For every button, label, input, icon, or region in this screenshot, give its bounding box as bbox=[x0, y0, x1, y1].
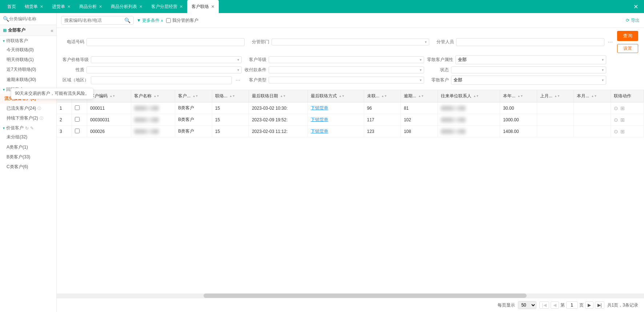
last-method-link[interactable]: 下销货单 bbox=[311, 117, 328, 122]
pagination-nav: |◀ ◀ 第 页 ▶ ▶| bbox=[539, 301, 604, 309]
nature-arrow: ▾ bbox=[237, 68, 239, 72]
action-more-icon[interactable]: ⊞ bbox=[620, 117, 625, 123]
filter-more-button[interactable]: ▼ 更多条件 ∧ bbox=[137, 17, 163, 24]
last-method-link[interactable]: 下销货单 bbox=[311, 129, 328, 134]
filter-manager-input[interactable] bbox=[456, 38, 604, 46]
filter-dept-label: 分管部门 bbox=[247, 39, 269, 45]
sidebar-item-class-c[interactable]: C类客户(6) bbox=[0, 162, 56, 172]
sidebar-group-value[interactable]: ▾ 价值客户 ↻ ✎ bbox=[0, 123, 56, 132]
tab-sales[interactable]: 销货单 ✕ bbox=[20, 0, 48, 13]
td-last-date: 2023-02-03 11:12: bbox=[249, 126, 308, 137]
action-more-icon[interactable]: ⊞ bbox=[620, 129, 625, 134]
filter-status-select[interactable]: ▾ bbox=[451, 66, 606, 73]
filter-dept-select[interactable]: ▾ bbox=[271, 39, 430, 45]
tab-sales-close[interactable]: ✕ bbox=[40, 4, 43, 9]
tab-home[interactable]: 首页 bbox=[3, 0, 20, 13]
sidebar-item-declining[interactable]: 持续下滑客户(2) ⓘ bbox=[0, 113, 56, 123]
sidebar-item-tomorrow[interactable]: 明天待联络(1) bbox=[0, 55, 56, 65]
filter-retail-attr: 零散客户属性 全部 ▾ bbox=[427, 55, 606, 64]
action-contact-icon[interactable]: ⊙ bbox=[614, 105, 618, 111]
first-page-button[interactable]: |◀ bbox=[539, 301, 549, 309]
this-year-sort-icon: ▲▼ bbox=[518, 94, 523, 98]
my-customers-checkbox[interactable] bbox=[166, 18, 171, 23]
filter-customer-grade-select[interactable]: ▾ bbox=[269, 56, 424, 63]
filter-region-input[interactable] bbox=[91, 76, 232, 84]
query-button[interactable]: 查询 bbox=[617, 31, 638, 41]
last-page-button[interactable]: ▶| bbox=[595, 301, 604, 309]
row-checkbox[interactable] bbox=[75, 105, 80, 110]
tab-purchase-close[interactable]: ✕ bbox=[67, 4, 71, 9]
window-close-button[interactable]: ✕ bbox=[631, 3, 641, 10]
sidebar-item-today[interactable]: 今天待联络(0) bbox=[0, 45, 56, 55]
td-this-month bbox=[574, 126, 611, 137]
filter-manager: 分管人员 ··· bbox=[432, 38, 614, 46]
settings-button[interactable]: 设置 bbox=[617, 44, 638, 53]
td-checkbox[interactable] bbox=[72, 126, 87, 137]
sidebar-item-ungrouped[interactable]: 未分组(32) bbox=[0, 132, 56, 142]
td-code: 000026 bbox=[87, 126, 131, 137]
export-button[interactable]: ⟳ 导出 bbox=[626, 17, 640, 24]
td-checkbox[interactable] bbox=[72, 114, 87, 126]
filter-retail-select[interactable]: 全部 ▾ bbox=[451, 76, 606, 85]
filter-price-grade: 客户价格等级 ▾ bbox=[63, 56, 242, 63]
page-input[interactable] bbox=[566, 301, 578, 309]
tab-analysis-close[interactable]: ✕ bbox=[99, 4, 102, 9]
sidebar-item-class-a[interactable]: A类客户(1) bbox=[0, 142, 56, 152]
sidebar-item-7days[interactable]: 近7天待联络(0) bbox=[0, 65, 56, 74]
sidebar-item-class-b[interactable]: B类客户(33) bbox=[0, 152, 56, 162]
action-contact-icon[interactable]: ⊙ bbox=[614, 117, 618, 123]
tab-purchase[interactable]: 进货单 ✕ bbox=[48, 0, 75, 13]
td-last-date: 2023-03-02 10:30: bbox=[249, 102, 308, 114]
td-checkbox[interactable] bbox=[72, 102, 87, 114]
tab-customer-tier-close[interactable]: ✕ bbox=[180, 4, 183, 9]
sidebar-all-customers[interactable]: ⊞ 全部客户 « bbox=[0, 25, 56, 36]
sidebar-item-overdue[interactable]: 逾期未联络(30) bbox=[0, 75, 56, 85]
prev-page-button[interactable]: ◀ bbox=[551, 301, 559, 309]
edit-icon[interactable]: ✎ bbox=[30, 126, 34, 131]
tab-customer-tier[interactable]: 客户分层经营 ✕ bbox=[147, 0, 187, 13]
tab-customer-contact[interactable]: 客户联络 ✕ bbox=[187, 0, 219, 13]
td-name: ████████ bbox=[131, 102, 175, 114]
sidebar-item-already-lost[interactable]: 已流失客户(24) ⓘ bbox=[0, 104, 56, 113]
payment-arrow: ▾ bbox=[420, 68, 422, 72]
filter-nature-select[interactable]: ▾ bbox=[86, 66, 242, 73]
filter-price-grade-select[interactable]: ▾ bbox=[91, 56, 242, 63]
sidebar-group-pending[interactable]: ▾ 待联络客户 bbox=[0, 36, 56, 45]
filter-phone-input[interactable] bbox=[86, 38, 245, 46]
filter-customer-grade-label: 客户等级 bbox=[245, 57, 266, 63]
manager-more-button[interactable]: ··· bbox=[607, 39, 614, 45]
my-customers-checkbox-label[interactable]: 我分管的客户 bbox=[166, 17, 198, 24]
horizontal-scrollbar[interactable] bbox=[57, 293, 644, 298]
per-page-select[interactable]: 50 100 200 bbox=[518, 301, 536, 309]
action-contact-icon[interactable]: ⊙ bbox=[614, 129, 618, 134]
retail-attr-arrow: ▾ bbox=[602, 58, 604, 62]
filter-customer-type-select[interactable]: ▾ bbox=[269, 77, 424, 84]
this-month-sort-icon: ▲▼ bbox=[591, 94, 597, 98]
sidebar-search-input[interactable] bbox=[9, 16, 57, 21]
tab-customer-contact-close[interactable]: ✕ bbox=[211, 4, 214, 9]
last-month-sort-icon: ▲▼ bbox=[554, 94, 560, 98]
last-method-link[interactable]: 下销货单 bbox=[311, 105, 328, 110]
scrollbar-thumb[interactable] bbox=[204, 293, 527, 298]
row-checkbox[interactable] bbox=[75, 117, 80, 122]
filter-status: 状态 ▾ bbox=[427, 66, 606, 73]
next-page-button[interactable]: ▶ bbox=[585, 301, 593, 309]
toolbar: 🔍 ▼ 更多条件 ∧ 我分管的客户 ⟳ 导出 bbox=[57, 13, 644, 28]
row-checkbox[interactable] bbox=[75, 129, 80, 133]
tab-analysis-list-close[interactable]: ✕ bbox=[139, 4, 142, 9]
tab-analysis-list[interactable]: 商品分析列表 ✕ bbox=[106, 0, 147, 13]
tab-analysis[interactable]: 商品分析 ✕ bbox=[75, 0, 106, 13]
search-input[interactable] bbox=[64, 18, 124, 23]
filter-payment-select[interactable]: ▾ bbox=[269, 66, 424, 73]
td-no: 3 bbox=[57, 126, 72, 137]
search-button[interactable]: 🔍 bbox=[124, 17, 130, 23]
action-more-icon[interactable]: ⊞ bbox=[620, 105, 625, 111]
td-no-contact: 96 bbox=[364, 102, 401, 114]
refresh-icon[interactable]: ↻ bbox=[25, 126, 29, 131]
query-btn-group: 查询 设置 bbox=[617, 31, 638, 53]
export-icon: ⟳ bbox=[626, 18, 629, 23]
region-more-button[interactable]: ··· bbox=[234, 77, 242, 84]
filter-payment-label: 收付款条件 bbox=[245, 67, 266, 73]
filter-dept: 分管部门 ▾ bbox=[247, 39, 430, 45]
filter-retail-attr-select[interactable]: 全部 ▾ bbox=[455, 55, 606, 64]
